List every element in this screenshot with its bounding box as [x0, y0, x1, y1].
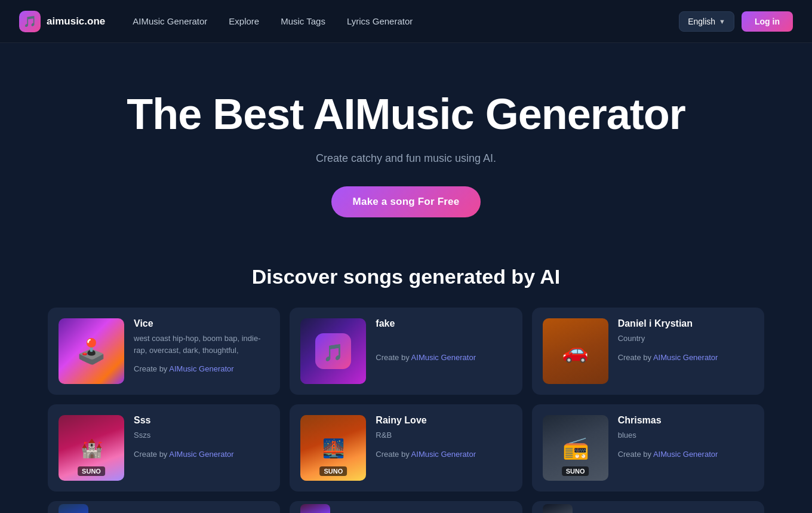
- song-card-moj1: 🏔️ Mój brat nie chce mieć: [48, 501, 280, 513]
- truck-image: 🚗: [543, 318, 608, 384]
- song-card-fake: 🎵 fake Create by AIMusic Generator: [290, 308, 522, 395]
- song-title-fake: fake: [376, 318, 511, 329]
- song-creator-vice: Create by AIMusic Generator: [134, 364, 269, 373]
- discover-title: Discover songs generated by AI: [48, 265, 764, 288]
- suno-label-sss: SUNO: [78, 466, 105, 476]
- creator-prefix-rainy: Create by: [376, 450, 409, 459]
- language-selector[interactable]: English ▼: [679, 11, 734, 32]
- cta-button[interactable]: Make a song For Free: [331, 186, 481, 217]
- song-thumb-daniel[interactable]: 🚗: [543, 318, 608, 384]
- song-card-daniel: 🚗 Daniel i Krystian Country Create by AI…: [532, 308, 764, 395]
- song-card-vice: 🕹️ Vice west coast hip-hop, boom bap, in…: [48, 308, 280, 395]
- song-title-daniel: Daniel i Krystian: [618, 318, 753, 329]
- creator-link-rainy[interactable]: AIMusic Generator: [411, 450, 476, 459]
- song-card-moj2: 🌌 Mój Brat Nie Chce Mieć: [290, 501, 522, 513]
- chevron-down-icon: ▼: [719, 18, 725, 25]
- song-thumb-chrismas[interactable]: 📻 SUNO: [543, 415, 608, 481]
- nav-music-tags[interactable]: Music Tags: [272, 13, 334, 30]
- nav-aimusic-generator[interactable]: AIMusic Generator: [124, 13, 216, 30]
- song-title-vice: Vice: [134, 318, 269, 329]
- app-icon-image: 🎵: [300, 318, 366, 384]
- moj1-image: 🏔️: [59, 504, 88, 513]
- creator-prefix-sss: Create by: [134, 450, 167, 459]
- song-info-fake: fake Create by AIMusic Generator: [376, 318, 511, 362]
- song-tags-fake: [376, 333, 511, 345]
- song-title-sss: Sss: [134, 415, 269, 426]
- song-info-sss: Sss Sszs Create by AIMusic Generator: [134, 415, 269, 459]
- brand-icon: 🎵: [19, 11, 41, 32]
- song-thumb-vice[interactable]: 🕹️: [59, 318, 124, 384]
- song-creator-daniel: Create by AIMusic Generator: [618, 353, 753, 362]
- brand-logo[interactable]: 🎵 aimusic.one: [19, 11, 105, 32]
- song-thumb-moj1[interactable]: 🏔️: [59, 504, 88, 513]
- song-thumb-rainy-love[interactable]: 🌉 SUNO: [300, 415, 366, 481]
- song-creator-fake: Create by AIMusic Generator: [376, 353, 511, 362]
- song-thumb-sss[interactable]: 🏰 SUNO: [59, 415, 124, 481]
- song-tags-vice: west coast hip-hop, boom bap, indie-rap,…: [134, 333, 269, 356]
- song-creator-rainy-love: Create by AIMusic Generator: [376, 450, 511, 459]
- nav-explore[interactable]: Explore: [220, 13, 267, 30]
- song-info-chrismas: Chrismas blues Create by AIMusic Generat…: [618, 415, 753, 459]
- song-card-chrismas: 📻 SUNO Chrismas blues Create by AIMusic …: [532, 404, 764, 492]
- nav-links: AIMusic Generator Explore Music Tags Lyr…: [124, 13, 421, 30]
- song-creator-chrismas: Create by AIMusic Generator: [618, 450, 753, 459]
- nav-lyrics-generator[interactable]: Lyrics Generator: [339, 13, 421, 30]
- moj2-image: 🌌: [300, 504, 330, 513]
- hero-subtitle: Create catchy and fun music using AI.: [12, 152, 800, 165]
- song-creator-sss: Create by AIMusic Generator: [134, 450, 269, 459]
- hero-section: The Best AIMusic Generator Create catchy…: [0, 43, 812, 253]
- creator-link-daniel[interactable]: AIMusic Generator: [653, 353, 718, 362]
- song-thumb-crowd[interactable]: 🎸: [543, 504, 573, 513]
- svg-text:🎵: 🎵: [323, 343, 344, 363]
- navbar-left: 🎵 aimusic.one AIMusic Generator Explore …: [19, 11, 421, 32]
- song-title-chrismas: Chrismas: [618, 415, 753, 426]
- login-button[interactable]: Log in: [742, 11, 793, 32]
- crowd-image: 🎸: [543, 504, 573, 513]
- creator-prefix-daniel: Create by: [618, 353, 651, 362]
- song-title-rainy-love: Rainy Love: [376, 415, 511, 426]
- song-info-vice: Vice west coast hip-hop, boom bap, indie…: [134, 318, 269, 373]
- song-card-rainy-love: 🌉 SUNO Rainy Love R&B Create by AIMusic …: [290, 404, 522, 492]
- song-info-rainy-love: Rainy Love R&B Create by AIMusic Generat…: [376, 415, 511, 459]
- song-tags-chrismas: blues: [618, 429, 753, 441]
- creator-prefix-fake: Create by: [376, 353, 409, 362]
- hero-title: The Best AIMusic Generator: [12, 91, 800, 138]
- arcade-image: 🕹️: [59, 318, 124, 384]
- suno-label-chrismas: SUNO: [562, 466, 589, 476]
- brand-name: aimusic.one: [47, 16, 105, 27]
- discover-section: Discover songs generated by AI 🕹️ Vice w…: [0, 253, 812, 513]
- creator-prefix-vice: Create by: [134, 364, 167, 373]
- song-tags-rainy-love: R&B: [376, 429, 511, 441]
- music-note-icon: 🎵: [23, 15, 36, 28]
- suno-label-rainy: SUNO: [319, 466, 347, 476]
- creator-link-fake[interactable]: AIMusic Generator: [411, 353, 476, 362]
- navbar: 🎵 aimusic.one AIMusic Generator Explore …: [0, 0, 812, 43]
- song-tags-sss: Sszs: [134, 429, 269, 441]
- song-tags-daniel: Country: [618, 333, 753, 345]
- song-thumb-fake[interactable]: 🎵: [300, 318, 366, 384]
- creator-link-sss[interactable]: AIMusic Generator: [169, 450, 233, 459]
- creator-link-chrismas[interactable]: AIMusic Generator: [653, 450, 718, 459]
- song-card-crowd: 🎸: [532, 501, 764, 513]
- language-label: English: [688, 17, 715, 26]
- song-thumb-moj2[interactable]: 🌌: [300, 504, 330, 513]
- creator-prefix-chrismas: Create by: [618, 450, 651, 459]
- song-card-sss: 🏰 SUNO Sss Sszs Create by AIMusic Genera…: [48, 404, 280, 492]
- creator-link-vice[interactable]: AIMusic Generator: [169, 364, 233, 373]
- navbar-right: English ▼ Log in: [679, 11, 793, 32]
- song-info-daniel: Daniel i Krystian Country Create by AIMu…: [618, 318, 753, 362]
- songs-grid: 🕹️ Vice west coast hip-hop, boom bap, in…: [48, 308, 764, 513]
